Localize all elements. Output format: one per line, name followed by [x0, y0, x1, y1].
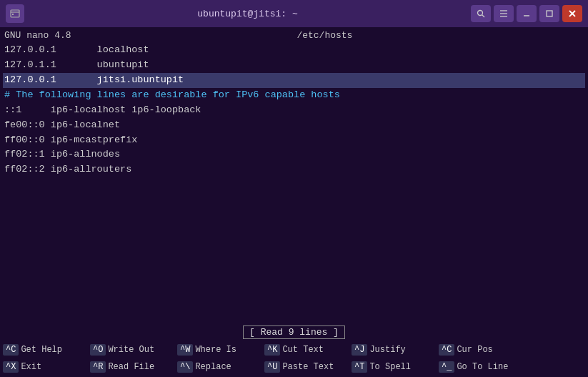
shortcut-row-1: ^C Get Help ^O Write Out ^W Where Is ^K …: [3, 344, 585, 356]
nano-content[interactable]: 127.0.0.1 localhost 127.0.1.1 ubuntupit …: [0, 43, 588, 324]
shortcut-to-spell[interactable]: ^T To Spell: [352, 361, 437, 373]
nano-header: GNU nano 4.8 /etc/hosts: [0, 27, 588, 43]
maximize-button[interactable]: [539, 5, 559, 22]
shortcut-label-replace: Replace: [195, 362, 231, 372]
menu-button[interactable]: [494, 5, 514, 22]
shortcut-replace[interactable]: ^\ Replace: [177, 361, 263, 373]
titlebar-buttons: [471, 5, 582, 22]
shortcut-read-file[interactable]: ^R Read File: [90, 361, 176, 373]
shortcut-label-cur-pos: Cur Pos: [457, 345, 492, 355]
shortcut-key-go-to-line: ^_: [439, 361, 454, 373]
content-line-8: ff02::1 ip6-allnodes: [3, 147, 585, 162]
main-window: ubuntupit@jitsi: ~: [0, 0, 588, 377]
svg-rect-2: [12, 14, 14, 15]
shortcut-get-help[interactable]: ^C Get Help: [3, 344, 89, 356]
terminal[interactable]: GNU nano 4.8 /etc/hosts 127.0.0.1 localh…: [0, 27, 588, 377]
close-button[interactable]: [562, 5, 582, 22]
svg-rect-0: [11, 10, 19, 17]
shortcut-label-get-help: Get Help: [21, 345, 62, 355]
titlebar: ubuntupit@jitsi: ~: [0, 0, 588, 27]
shortcut-bar: ^C Get Help ^O Write Out ^W Where Is ^K …: [0, 340, 588, 377]
content-line-2: 127.0.1.1 ubuntupit: [3, 58, 585, 73]
nano-version: GNU nano 4.8: [4, 30, 71, 41]
shortcut-label-to-spell: To Spell: [369, 362, 411, 372]
svg-line-4: [482, 15, 485, 18]
shortcut-go-to-line[interactable]: ^_ Go To Line: [439, 361, 524, 373]
window-icon: [6, 4, 24, 23]
shortcut-where-is[interactable]: ^W Where Is: [177, 344, 263, 356]
shortcut-cut-text[interactable]: ^K Cut Text: [264, 344, 350, 356]
shortcut-key-cur-pos: ^C: [439, 344, 454, 356]
shortcut-label-paste-text: Paste Text: [282, 362, 334, 372]
svg-point-3: [478, 11, 483, 16]
content-line-9: ff02::2 ip6-allrouters: [3, 162, 585, 177]
shortcut-label-where-is: Where Is: [195, 345, 236, 355]
shortcut-key-cut-text: ^K: [264, 344, 280, 356]
shortcut-label-read-file: Read File: [108, 362, 154, 372]
content-line-6: fe00::0 ip6-localnet: [3, 118, 585, 133]
shortcut-key-justify: ^J: [352, 344, 367, 356]
shortcut-key-paste-text: ^U: [264, 361, 280, 373]
minimize-button[interactable]: [517, 5, 537, 22]
content-line-4: # The following lines are desirable for …: [3, 88, 585, 103]
shortcut-label-exit: Exit: [21, 362, 41, 372]
nano-status: [ Read 9 lines ]: [0, 324, 588, 340]
shortcut-paste-text[interactable]: ^U Paste Text: [264, 361, 350, 373]
shortcut-label-go-to-line: Go To Line: [457, 362, 508, 372]
shortcut-justify[interactable]: ^J Justify: [352, 344, 437, 356]
nano-filename: /etc/hosts: [297, 30, 352, 41]
shortcut-key-read-file: ^R: [90, 361, 106, 373]
search-button[interactable]: [471, 5, 491, 22]
shortcut-exit[interactable]: ^X Exit: [3, 361, 89, 373]
shortcut-key-where-is: ^W: [177, 344, 193, 356]
shortcut-write-out[interactable]: ^O Write Out: [90, 344, 176, 356]
shortcut-label-justify: Justify: [369, 345, 405, 355]
content-line-1: 127.0.0.1 localhost: [3, 43, 585, 58]
shortcut-key-get-help: ^C: [3, 344, 19, 356]
shortcut-key-replace: ^\: [177, 361, 193, 373]
content-line-7: ff00::0 ip6-mcastprefix: [3, 133, 585, 148]
shortcut-key-exit: ^X: [3, 361, 19, 373]
shortcut-row-2: ^X Exit ^R Read File ^\ Replace ^U Paste…: [3, 361, 585, 373]
shortcut-cur-pos[interactable]: ^C Cur Pos: [439, 344, 524, 356]
window-title: ubuntupit@jitsi: ~: [29, 9, 467, 19]
shortcut-key-to-spell: ^T: [352, 361, 367, 373]
shortcut-label-write-out: Write Out: [108, 345, 154, 355]
status-message: [ Read 9 lines ]: [243, 325, 345, 339]
content-line-5: ::1 ip6-localhost ip6-loopback: [3, 103, 585, 118]
shortcut-label-cut-text: Cut Text: [282, 345, 324, 355]
shortcut-key-write-out: ^O: [90, 344, 106, 356]
content-line-3: 127.0.0.1 jitsi.ubuntupit: [3, 73, 585, 88]
svg-rect-9: [547, 11, 552, 16]
